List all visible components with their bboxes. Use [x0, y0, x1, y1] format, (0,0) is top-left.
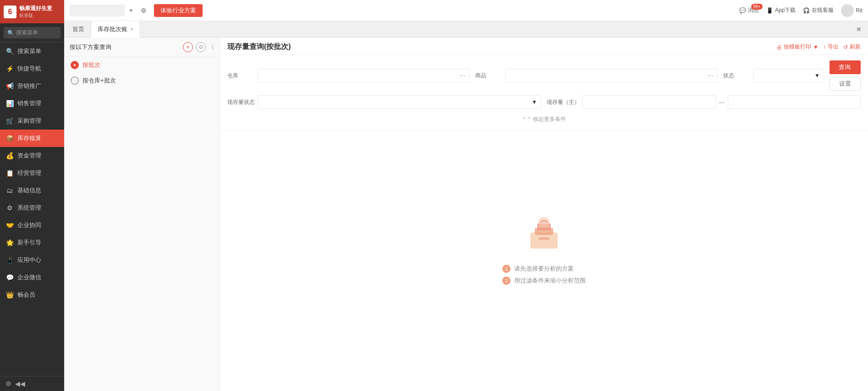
collapse-more-btn[interactable]: ⌃⌃ 收起更多条件 — [227, 114, 861, 125]
sidebar-item-marketing[interactable]: 📢营销推广 — [0, 77, 64, 95]
add-scheme-btn[interactable]: + — [183, 42, 193, 52]
warehouse-input[interactable]: ··· — [258, 69, 470, 82]
sidebar-item-operation[interactable]: 📋经营管理 — [0, 164, 64, 182]
nav-label-basic: 基础信息 — [17, 186, 41, 195]
status-filter: 状态 ▼ — [723, 69, 824, 82]
filter-row-2: 现存量状态 ▼ 现存量（主） — — [227, 95, 861, 109]
topbar-dropdown-icon[interactable]: ▼ — [128, 7, 134, 14]
nav-icon-newbie: 🌟 — [5, 239, 14, 246]
warehouse-label: 仓库 — [227, 72, 255, 80]
export-btn[interactable]: ↑ 导出 — [823, 43, 839, 51]
tab-inventory-batch[interactable]: 库存批次账 × — [91, 21, 140, 38]
svg-rect-4 — [538, 237, 549, 240]
empty-hint-1: 1 请先选择要分析的方案 — [502, 265, 586, 273]
sidebar-header: 6 畅康通好生意 标准版 — [0, 0, 64, 23]
refresh-btn[interactable]: ↺ 刷新 — [843, 43, 861, 51]
sidebar-search-area[interactable]: 🔍 搜索菜单 — [0, 23, 64, 43]
nav-label-enterprise: 企业协同 — [17, 221, 41, 229]
nav-label-shortcut: 快捷导航 — [17, 65, 41, 73]
page-header: 现存量查询(按批次) 🖨 按模板打印 ▼ ↑ 导出 ↺ 刷新 — [220, 38, 868, 55]
messages-badge: 99+ — [751, 4, 763, 10]
industry-plan-button[interactable]: 体验行业方案 — [154, 4, 203, 17]
scheme-by-warehouse-batch[interactable]: ○ 按仓库+批次 — [64, 73, 220, 88]
empty-hint-2: 2 用过滤条件来缩小分析范围 — [502, 277, 586, 285]
sidebar-item-wechat[interactable]: 💬企业微信 — [0, 269, 64, 286]
right-panel: 现存量查询(按批次) 🖨 按模板打印 ▼ ↑ 导出 ↺ 刷新 — [220, 38, 868, 391]
nav-icon-system: ⚙ — [5, 204, 14, 212]
nav-label-sales: 销售管理 — [17, 99, 41, 108]
topbar-left: ▼ ⚙ 体验行业方案 — [70, 4, 203, 17]
scheme-by-batch[interactable]: ● 按批次 — [64, 57, 220, 73]
nav-icon-apps: 📱 — [5, 256, 14, 264]
panel-collapse-btn[interactable]: 《 — [209, 43, 214, 51]
topbar-gear-icon[interactable]: ⚙ — [137, 4, 150, 17]
app-download-btn[interactable]: 📱 App下载 — [766, 6, 796, 14]
nav-icon-finance: 💰 — [5, 152, 14, 159]
sidebar-item-apps[interactable]: 📱应用中心 — [0, 251, 64, 269]
search-menu-btn[interactable]: 🔍 搜索菜单 — [4, 27, 60, 38]
message-icon: 💬 — [739, 7, 746, 14]
tab-home[interactable]: 首页 — [66, 21, 91, 38]
inventory-amount-max[interactable] — [728, 95, 861, 109]
nav-label-marketing: 营销推广 — [17, 82, 41, 90]
left-panel-header: 按以下方案查询 + ⚙ 《 — [64, 38, 220, 57]
search-icon: 🔍 — [7, 30, 14, 36]
nav-label-apps: 应用中心 — [17, 256, 41, 264]
sidebar: 6 畅康通好生意 标准版 🔍 搜索菜单 🔍搜索菜单⚡快捷导航📢营销推广📊销售管理… — [0, 0, 64, 391]
main-area: ▼ ⚙ 体验行业方案 💬 消息 99+ 📱 App下载 🎧 在线客服 Rit — [64, 0, 868, 391]
app-download-label: App下载 — [775, 6, 796, 14]
tab-panel-close-btn[interactable]: ✕ — [852, 26, 866, 33]
nav-label-newbie: 新手引导 — [17, 239, 41, 247]
product-input[interactable]: ··· — [505, 69, 718, 82]
nav-icon-marketing: 📢 — [5, 82, 14, 90]
sidebar-item-shortcut[interactable]: ⚡快捷导航 — [0, 60, 64, 77]
nav-icon-operation: 📋 — [5, 169, 14, 177]
export-icon: ↑ — [823, 44, 826, 50]
settings-icon[interactable]: ⚙ — [5, 380, 11, 387]
sidebar-item-inventory[interactable]: 📦库存核算 — [0, 130, 64, 147]
settings-button[interactable]: 设置 — [830, 77, 861, 91]
empty-hints: 1 请先选择要分析的方案 2 用过滤条件来缩小分析范围 — [502, 265, 586, 285]
nav-icon-shortcut: ⚡ — [5, 65, 14, 72]
scheme-by-warehouse-batch-icon: ○ — [71, 76, 79, 85]
nav-label-operation: 经营管理 — [17, 169, 41, 177]
left-panel-actions: + ⚙ 《 — [183, 42, 214, 52]
sidebar-item-finance[interactable]: 💰资金管理 — [0, 147, 64, 164]
status-select[interactable]: ▼ — [753, 69, 824, 82]
query-button[interactable]: 查询 — [830, 60, 861, 74]
nav-label-system: 系统管理 — [17, 204, 41, 212]
sidebar-item-basic[interactable]: 🗂基础信息 — [0, 182, 64, 199]
nav-label-search: 搜索菜单 — [17, 47, 41, 55]
inventory-status-select[interactable]: ▼ — [258, 95, 541, 109]
sidebar-item-member[interactable]: 👑畅会员 — [0, 286, 64, 304]
customer-service-btn[interactable]: 🎧 在线客服 — [803, 6, 834, 14]
sidebar-item-purchase[interactable]: 🛒采购管理 — [0, 112, 64, 130]
phone-icon: 📱 — [766, 7, 773, 14]
nav-icon-sales: 📊 — [5, 100, 14, 107]
sidebar-item-system[interactable]: ⚙系统管理 — [0, 199, 64, 217]
nav-icon-basic: 🗂 — [5, 187, 14, 194]
hint-num-2: 2 — [502, 277, 511, 285]
collapse-up-icon: ⌃⌃ — [522, 116, 531, 123]
tab-close-btn[interactable]: × — [130, 26, 133, 33]
search-menu-label: 搜索菜单 — [16, 29, 38, 37]
inventory-amount-label: 现存量（主） — [547, 98, 580, 106]
user-avatar-area[interactable]: Rit — [841, 4, 863, 17]
hint-text-2: 用过滤条件来缩小分析范围 — [514, 277, 586, 285]
customer-service-label: 在线客服 — [812, 6, 834, 14]
nav-label-wechat: 企业微信 — [17, 273, 41, 282]
sidebar-item-enterprise[interactable]: 🤝企业协同 — [0, 217, 64, 234]
sidebar-item-search[interactable]: 🔍搜索菜单 — [0, 43, 64, 60]
product-filter: 商品 ··· — [475, 69, 718, 82]
collapse-more-label: 收起更多条件 — [533, 115, 566, 123]
print-template-btn[interactable]: 🖨 按模板打印 ▼ — [776, 43, 819, 51]
content-area: 按以下方案查询 + ⚙ 《 ● 按批次 ○ 按仓库+批次 现存量查询(按批次) — [64, 38, 868, 391]
page-title: 现存量查询(按批次) — [227, 42, 291, 52]
inventory-amount-min[interactable] — [582, 95, 716, 109]
scheme-settings-btn[interactable]: ⚙ — [196, 42, 206, 52]
messages-btn[interactable]: 💬 消息 99+ — [739, 6, 759, 14]
sidebar-item-newbie[interactable]: 🌟新手引导 — [0, 234, 64, 251]
collapse-icon[interactable]: ◀◀ — [15, 380, 25, 387]
tabs-bar: 首页 库存批次账 × ✕ — [64, 21, 868, 38]
sidebar-item-sales[interactable]: 📊销售管理 — [0, 95, 64, 112]
